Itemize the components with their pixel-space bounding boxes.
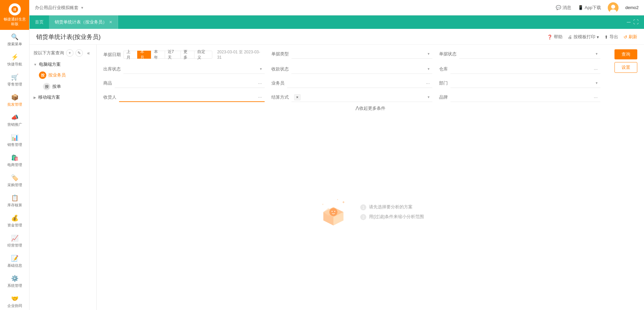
tree-leaf-by-salesperson[interactable]: 按 按业务员 — [35, 69, 96, 81]
tab-home-label: 首页 — [35, 19, 44, 25]
salesperson-dots[interactable]: ··· — [426, 81, 430, 86]
sidebar-item-search[interactable]: 🔍 搜索菜单 — [0, 30, 29, 50]
tree-mobile-arrow: ▶ — [34, 96, 36, 99]
corp-icon: 🤝 — [11, 295, 18, 302]
warehouse-dots[interactable]: ··· — [594, 66, 598, 72]
date-btn-this-year[interactable]: 本年 — [151, 51, 165, 59]
product-input[interactable]: ··· — [115, 79, 265, 88]
outbound-status-select[interactable]: ▾ — [123, 64, 265, 74]
user-avatar[interactable] — [608, 2, 619, 13]
sidebar: 畅捷通好生意 标版 🔍 搜索菜单 ⚡ 快捷导航 🛒 零售管理 📦 批发管理 📣 … — [0, 0, 30, 310]
export-icon: ⬆ — [604, 35, 608, 40]
logo-text: 畅捷通好生意 标版 — [2, 17, 28, 27]
sidebar-item-quick-nav[interactable]: ⚡ 快捷导航 — [0, 50, 29, 70]
date-btn-last-month[interactable]: 上月 — [123, 51, 137, 59]
operation-icon: 📈 — [11, 235, 18, 242]
print-icon: 🖨 — [568, 35, 572, 40]
department-select[interactable]: ▾ — [450, 79, 600, 88]
download-icon: 📱 — [578, 5, 583, 10]
tab-minimize-btn[interactable]: ─ — [627, 19, 631, 25]
help-btn[interactable]: ❓ 帮助 — [547, 34, 562, 40]
bill-type-label: 单据类型 — [271, 51, 289, 57]
recipient-dots[interactable]: ··· — [258, 94, 262, 100]
sidebar-item-label: 搜索菜单 — [7, 42, 22, 47]
quick-nav-icon: ⚡ — [11, 53, 18, 61]
sidebar-item-basic-info[interactable]: 📝 基础信息 — [0, 251, 29, 271]
date-filter-group: 上月 本月 本年 近7天 更多 自定义 — [123, 51, 212, 59]
main-area: 办公用品行业模拟账套 ▾ 💬 消息 📱 App下载 demo2 — [30, 0, 644, 310]
tree-mobile-group-item[interactable]: ▶ 移动端方案 — [30, 92, 96, 102]
warehouse-input[interactable]: ··· — [450, 64, 600, 74]
brand-dots[interactable]: ··· — [594, 95, 598, 100]
recipient-input[interactable]: ··· — [119, 93, 265, 102]
brand-label: 品牌 — [439, 94, 448, 100]
sidebar-item-marketing[interactable]: 📣 营销推广 — [0, 110, 29, 131]
collapse-panel-btn[interactable]: « — [85, 49, 92, 57]
tree-children: 按 按业务员 按 按单 — [30, 69, 96, 92]
tab-home[interactable]: 首页 — [30, 15, 49, 29]
sidebar-item-system[interactable]: ⚙️ 系统管理 — [0, 271, 29, 292]
sidebar-item-inventory[interactable]: 📋 库存核算 — [0, 191, 29, 211]
logo-area[interactable]: 畅捷通好生意 标版 — [0, 0, 29, 30]
sidebar-item-operation[interactable]: 📈 经营管理 — [0, 231, 29, 251]
settlement-label: 结算方式 — [271, 94, 289, 100]
topbar-right: 💬 消息 📱 App下载 demo2 — [556, 2, 639, 13]
sidebar-item-wholesale[interactable]: 📦 批发管理 — [0, 90, 29, 110]
date-btn-more[interactable]: 更多 — [180, 51, 194, 59]
tree-sub-leaf-by-order[interactable]: 按 按单 — [35, 81, 96, 92]
sidebar-item-sales-mgmt[interactable]: 📊 销售管理 — [0, 131, 29, 151]
template-print-btn[interactable]: 🖨 按模板打印 ▾ — [568, 34, 599, 40]
tree-pc-group-item[interactable]: ▼ 电脑端方案 — [30, 59, 96, 69]
collapse-up-icon: ⋀ — [356, 105, 359, 111]
sidebar-item-retail[interactable]: 🛒 零售管理 — [0, 70, 29, 90]
topbar-dropdown-icon[interactable]: ▾ — [81, 5, 83, 10]
svg-text:✦: ✦ — [337, 199, 338, 201]
collapse-more-btn[interactable]: ⋀ 收起更多条件 — [103, 102, 637, 114]
outbound-caret: ▾ — [260, 67, 262, 71]
settings-button[interactable]: 设置 — [614, 62, 637, 73]
add-scheme-btn[interactable]: + — [66, 49, 73, 57]
leaf-icon-by-order: 按 — [43, 83, 50, 90]
inventory-icon: 📋 — [11, 194, 18, 202]
user-name[interactable]: demo2 — [625, 5, 639, 10]
basic-info-icon: 📝 — [11, 255, 18, 262]
filter-wrapper: 单据日期 上月 本月 本年 近7天 更多 自定义 2023-03-01 至 20… — [97, 45, 644, 114]
sidebar-item-purchase[interactable]: 🏷️ 采购管理 — [0, 171, 29, 191]
tip-num-2: 2 — [360, 214, 366, 220]
sidebar-item-corp[interactable]: 🤝 企业协同 — [0, 292, 29, 310]
settlement-select[interactable]: × ▾ — [291, 93, 433, 102]
tab-sales-stats[interactable]: 销货单统计表（按业务员） ✕ — [49, 15, 118, 29]
bill-status-label: 单据状态 — [439, 51, 457, 57]
sidebar-item-ecommerce[interactable]: 🛍️ 电商管理 — [0, 151, 29, 171]
system-icon: ⚙️ — [11, 275, 18, 282]
left-panel: 按以下方案查询 + ✎ « ▼ 电脑端方案 按 — [30, 45, 97, 310]
sidebar-item-finance[interactable]: 💰 资金管理 — [0, 211, 29, 231]
svg-point-7 — [329, 208, 337, 216]
query-button[interactable]: 查询 — [614, 49, 637, 59]
app-download-btn[interactable]: 📱 App下载 — [578, 5, 601, 11]
salesperson-input[interactable]: ··· — [287, 79, 433, 88]
bill-type-select[interactable]: ▾ — [291, 49, 433, 59]
salesperson-label: 业务员 — [271, 80, 284, 86]
date-btn-7days[interactable]: 近7天 — [165, 51, 181, 59]
page-body: 按以下方案查询 + ✎ « ▼ 电脑端方案 按 — [30, 45, 644, 310]
brand-input[interactable]: ··· — [450, 93, 600, 102]
product-dots[interactable]: ··· — [258, 81, 262, 86]
leaf-icon-by-salesperson: 按 — [39, 71, 46, 79]
collection-status-select[interactable]: ▾ — [291, 64, 433, 74]
empty-tip-2-text: 用[过滤]条件来缩小分析范围 — [369, 214, 424, 220]
export-btn[interactable]: ⬆ 导出 — [604, 34, 618, 40]
export-label: 导出 — [609, 34, 618, 40]
tab-maximize-btn[interactable]: ⛶ — [633, 19, 639, 25]
message-btn[interactable]: 💬 消息 — [556, 5, 571, 11]
empty-tip-2: 2 用[过滤]条件来缩小分析范围 — [360, 214, 424, 220]
tree-mobile-group: ▶ 移动端方案 — [30, 92, 96, 102]
bill-status-select[interactable]: ▾ — [459, 49, 600, 59]
tab-close-icon[interactable]: ✕ — [109, 20, 112, 24]
date-btn-custom[interactable]: 自定义 — [194, 51, 212, 59]
edit-scheme-btn[interactable]: ✎ — [75, 49, 83, 57]
settlement-clear-tag[interactable]: × — [294, 94, 301, 100]
refresh-btn[interactable]: ↺ 刷新 — [624, 34, 637, 40]
refresh-icon: ↺ — [624, 35, 627, 40]
date-btn-this-month[interactable]: 本月 — [137, 51, 151, 59]
